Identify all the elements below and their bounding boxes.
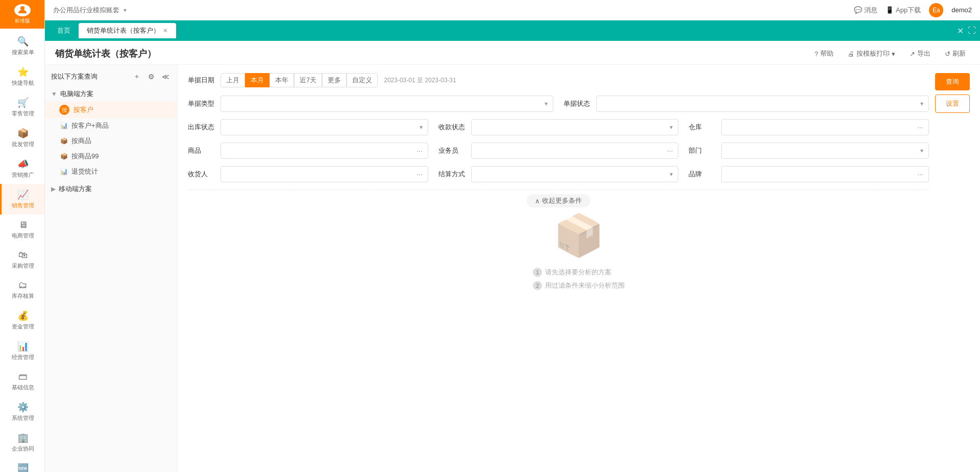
search-icon: 🔍 (17, 36, 29, 47)
empty-state: 📦 1 请先选择要分析的方案 2 用过滤条件来缩小分析范围 (188, 211, 970, 290)
scheme-item-by-customer[interactable]: 按 按客户 (45, 102, 177, 118)
filter-settlement: 结算方式 ▾ (438, 166, 679, 182)
export-button[interactable]: ↗ 导出 (905, 47, 935, 60)
messages-button[interactable]: 💬 消息 (854, 6, 877, 15)
warehouse-control[interactable]: ··· (721, 119, 929, 135)
tab-expand-icon[interactable]: ⛶ (968, 26, 976, 35)
sidebar-item-marketing[interactable]: 📣 营销推广 (0, 153, 44, 184)
sidebar-item-operations[interactable]: 📊 经营管理 (0, 336, 44, 366)
tab-sales-stat[interactable]: 销货单统计表（按客户） ✕ (79, 23, 176, 38)
logo-area: 标准版 (0, 0, 44, 29)
user-name[interactable]: demo2 (951, 6, 972, 14)
sidebar-item-newbie[interactable]: 🆕 新手引导 (0, 458, 44, 472)
sidebar-item-enterprise[interactable]: 🏢 企业协同 (0, 427, 44, 458)
date-range: 2023-03-01 至 2023-03-31 (384, 76, 456, 85)
scheme-item-by-product-99[interactable]: 📦 按商品99 (45, 149, 177, 164)
sidebar-item-retail[interactable]: 🛒 零售管理 (0, 92, 44, 123)
empty-tip-2: 2 用过滤条件来缩小分析范围 (533, 281, 625, 290)
refresh-button[interactable]: ↺ 刷新 (941, 47, 970, 60)
doc-type-control[interactable]: ▾ (220, 96, 553, 112)
pay-status-control[interactable]: ▾ (471, 119, 679, 135)
scheme-item-by-product[interactable]: 📦 按商品 (45, 133, 177, 149)
scheme-header-title: 按以下方案查询 (51, 72, 127, 81)
department-control[interactable]: ▾ (721, 143, 929, 159)
doc-status-control[interactable]: ▾ (596, 96, 929, 112)
tip-num-1: 1 (533, 268, 542, 277)
sidebar-item-label-quicknav: 快捷导航 (12, 79, 34, 87)
tab-close-all-icon[interactable]: ✕ (957, 26, 964, 36)
filter-out-status: 出库状态 ▾ (188, 119, 428, 135)
sidebar-item-finance[interactable]: 💰 资金管理 (0, 305, 44, 336)
recipient-dots-icon[interactable]: ··· (416, 170, 423, 178)
filter-doc-type: 单据类型 ▾ (188, 96, 553, 112)
date-tab-last-month[interactable]: 上月 (220, 73, 245, 87)
scheme-add-button[interactable]: ＋ (131, 71, 142, 82)
sidebar-item-inventory[interactable]: 🗂 库存核算 (0, 275, 44, 305)
sidebar-item-label-retail: 零售管理 (12, 110, 34, 117)
tab-bar: 首页 销货单统计表（按客户） ✕ ✕ ⛶ (45, 20, 980, 41)
sidebar-item-label-sales: 销售管理 (12, 202, 34, 209)
sidebar-item-sales[interactable]: 📈 销售管理 (0, 184, 44, 215)
date-tab-custom[interactable]: 自定义 (347, 73, 378, 87)
tip-1-text: 请先选择要分析的方案 (545, 268, 611, 277)
filter-product: 商品 ··· (188, 143, 428, 159)
header-right: 💬 消息 📱 App下载 Ea demo2 (854, 3, 972, 17)
recipient-control[interactable]: ··· (220, 166, 428, 182)
scheme-settings-button[interactable]: ⚙ (145, 71, 157, 82)
sidebar-item-label-search: 搜索菜单 (12, 49, 34, 56)
messages-label: 消息 (864, 6, 877, 15)
department-arrow-icon: ▾ (920, 147, 923, 154)
query-button[interactable]: 查询 (935, 73, 970, 90)
settlement-control[interactable]: ▾ (471, 166, 679, 182)
sidebar-item-ecommerce[interactable]: 🖥 电商管理 (0, 215, 44, 245)
help-button[interactable]: ? 帮助 (811, 47, 838, 60)
date-label: 单据日期 (188, 76, 216, 85)
scheme-group-mobile-title[interactable]: ▶ 移动端方案 (45, 181, 177, 197)
sidebar-item-quicknav[interactable]: ⭐ 快捷导航 (0, 61, 44, 92)
sidebar-item-label-enterprise: 企业协同 (12, 445, 34, 453)
settings-button[interactable]: 设置 (935, 95, 970, 113)
doc-status-arrow-icon: ▾ (920, 100, 923, 107)
date-tab-this-year[interactable]: 本年 (270, 73, 294, 87)
collapse-button[interactable]: ∧ 收起更多条件 (527, 194, 590, 207)
product-dots-icon[interactable]: ··· (416, 147, 423, 155)
filter-salesperson: 业务员 ··· (438, 143, 679, 159)
sidebar-item-purchase[interactable]: 🛍 采购管理 (0, 245, 44, 275)
sidebar-item-label-purchase: 采购管理 (12, 262, 34, 270)
sales-stat-tab-label: 销货单统计表（按客户） (87, 26, 160, 35)
sidebar-item-system[interactable]: ⚙️ 系统管理 (0, 396, 44, 427)
date-tab-7days[interactable]: 近7天 (294, 73, 322, 87)
page-content: 销货单统计表（按客户） ? 帮助 🖨 按模板打印 ▾ ↗ 导出 (45, 41, 980, 472)
salesperson-dots-icon[interactable]: ··· (667, 147, 673, 155)
sidebar-item-label-wholesale: 批发管理 (12, 140, 34, 148)
product-control[interactable]: ··· (220, 143, 428, 159)
brand-dots-icon[interactable]: ··· (917, 170, 923, 178)
logo-icon (14, 4, 31, 16)
scheme-group-desktop-title[interactable]: ▼ 电脑端方案 (45, 86, 177, 102)
warehouse-label: 仓库 (689, 123, 717, 132)
out-status-control[interactable]: ▾ (220, 119, 428, 135)
collapse-arrow-icon: ∧ (535, 197, 540, 205)
wholesale-icon: 📦 (17, 128, 29, 139)
tab-close-icon[interactable]: ✕ (163, 27, 168, 34)
warehouse-dots-icon[interactable]: ··· (917, 123, 923, 131)
sidebar-item-label-ecommerce: 电商管理 (12, 232, 34, 240)
recipient-label: 收货人 (188, 170, 216, 179)
newbie-icon: 🆕 (17, 463, 29, 472)
template-print-button[interactable]: 🖨 按模板打印 ▾ (844, 47, 899, 60)
tab-home[interactable]: 首页 (49, 23, 79, 38)
date-tab-more[interactable]: 更多 (322, 73, 347, 87)
sidebar-item-wholesale[interactable]: 📦 批发管理 (0, 123, 44, 153)
app-download-button[interactable]: 📱 App下载 (886, 6, 921, 15)
scheme-item-by-customer-product[interactable]: 📊 按客户+商品 (45, 118, 177, 133)
help-icon: ? (815, 50, 818, 58)
sidebar-item-search[interactable]: 🔍 搜索菜单 (0, 31, 44, 61)
purchase-icon: 🛍 (18, 250, 28, 261)
salesperson-control[interactable]: ··· (471, 143, 679, 159)
date-tab-this-month[interactable]: 本月 (245, 73, 270, 87)
scheme-item-by-customer-label: 按客户 (74, 105, 93, 114)
scheme-collapse-button[interactable]: ≪ (160, 71, 171, 82)
sidebar-item-basic[interactable]: 🗃 基础信息 (0, 366, 44, 396)
brand-control[interactable]: ··· (721, 166, 929, 182)
scheme-item-return-stat[interactable]: 📊 退货统计 (45, 164, 177, 179)
